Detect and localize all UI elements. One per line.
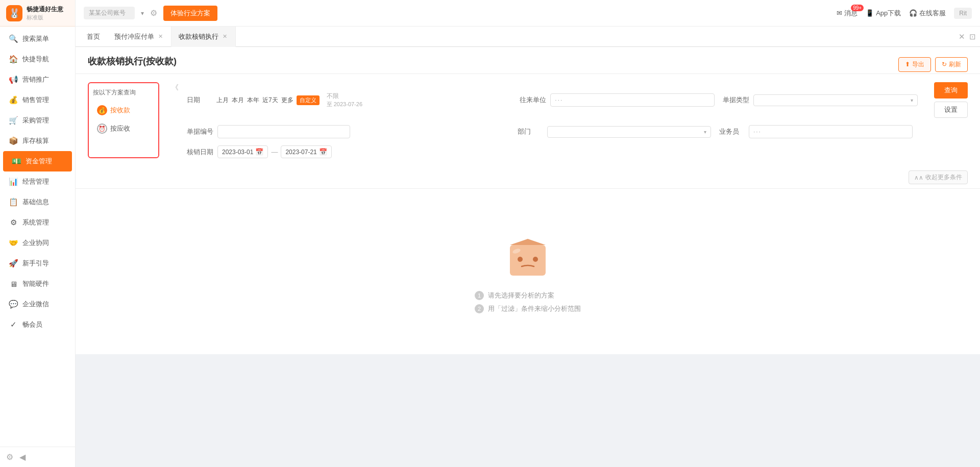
- search-row-2: 单据编号 部门 ▾ 业务员: [187, 125, 968, 138]
- export-icon: ⬆: [905, 61, 910, 68]
- trial-btn[interactable]: 体验行业方案: [163, 6, 217, 21]
- partner-placeholder: ···: [555, 96, 563, 104]
- logo-name: 畅捷通好生意: [27, 5, 63, 14]
- collapse-btn[interactable]: 《: [169, 82, 181, 94]
- this-year-btn[interactable]: 本年: [247, 96, 259, 105]
- system-icon: ⚙: [8, 217, 18, 228]
- page-title: 收款核销执行(按收款): [88, 55, 177, 67]
- svg-point-3: [533, 257, 538, 262]
- sidebar-item-business[interactable]: 📊 经营管理: [0, 171, 75, 192]
- account-chevron-icon[interactable]: ▾: [141, 10, 144, 17]
- sidebar-item-finance[interactable]: 💵 资金管理: [3, 151, 72, 171]
- main-area: 某某公司账号 ▾ ⚙ 体验行业方案 ✉ 消息 99+ 📱 App下载 🎧 在线客…: [76, 0, 980, 467]
- app-download-btn[interactable]: 📱 App下载: [866, 9, 901, 18]
- partner-label: 往来单位: [520, 95, 546, 105]
- page-header: 收款核销执行(按收款) ⬆ 导出 ↻ 刷新: [76, 47, 980, 74]
- verify-date-end-input[interactable]: 2023-07-21 📅: [281, 145, 331, 158]
- app-icon: 📱: [866, 9, 874, 17]
- search-row-1: 日期 上月 本月 本年 近7天 更多 自定义 不限: [187, 82, 968, 118]
- logo-badge: 标准版: [27, 14, 63, 21]
- tab-collection-close-icon[interactable]: ✕: [222, 32, 228, 41]
- empty-text: 1 请先选择要分析的方案 2 用「过滤」条件来缩小分析范围: [475, 291, 581, 313]
- customer-service-btn[interactable]: 🎧 在线客服: [909, 9, 946, 18]
- member-icon: ✓: [8, 319, 18, 330]
- staff-field-group: 业务员 ···: [719, 125, 913, 138]
- empty-step-2: 2 用「过滤」条件来缩小分析范围: [475, 304, 581, 313]
- date-label: 日期: [187, 95, 212, 105]
- sidebar-item-basic-info[interactable]: 📋 基础信息: [0, 192, 75, 212]
- tabbar: 首页 预付冲应付单 ✕ 收款核销执行 ✕ ✕ ⊡: [76, 27, 980, 47]
- last-month-btn[interactable]: 上月: [216, 96, 229, 105]
- query-by-receivable[interactable]: ⏰ 按应收: [93, 120, 154, 137]
- sidebar-item-sales[interactable]: 💰 销售管理: [0, 90, 75, 110]
- close-window-icon[interactable]: ✕: [959, 32, 965, 41]
- sidebar-item-purchase[interactable]: 🛒 采购管理: [0, 110, 75, 131]
- settings-icon[interactable]: ⚙: [6, 452, 13, 462]
- query-by-collection[interactable]: 💰 按收款: [93, 102, 154, 118]
- sidebar: 🐰 畅捷通好生意 标准版 🔍 搜索菜单 🏠 快捷导航 📢 营销推广 💰 销售管理…: [0, 0, 76, 467]
- sidebar-item-member[interactable]: ✓ 畅会员: [0, 314, 75, 335]
- export-btn[interactable]: ⬆ 导出: [898, 57, 931, 72]
- tabbar-actions: ✕ ⊡: [959, 32, 976, 41]
- collapse-sidebar-icon[interactable]: ◀: [19, 452, 26, 462]
- tab-prepay[interactable]: 预付冲应付单 ✕: [107, 27, 172, 47]
- sidebar-logo: 🐰 畅捷通好生意 标准版: [0, 0, 75, 27]
- account-selector[interactable]: 某某公司账号: [84, 7, 135, 19]
- verify-date-start-input[interactable]: 2023-03-01 📅: [217, 145, 268, 158]
- marketing-icon: 📢: [8, 75, 18, 85]
- staff-label: 业务员: [719, 127, 745, 136]
- maximize-window-icon[interactable]: ⊡: [969, 32, 976, 41]
- more-dates-btn[interactable]: 更多: [281, 96, 293, 105]
- staff-placeholder: ···: [753, 128, 762, 135]
- verify-date-dash: —: [271, 148, 278, 156]
- user-account[interactable]: Rit: [954, 8, 972, 19]
- date-field-group: 日期 上月 本月 本年 近7天 更多 自定义 不限: [187, 92, 511, 108]
- this-month-btn[interactable]: 本月: [232, 96, 244, 105]
- dept-field-group: 部门 ▾: [518, 126, 711, 138]
- quick-nav-icon: 🏠: [8, 54, 18, 64]
- smart-hw-icon: 🖥: [8, 279, 18, 289]
- purchase-icon: 🛒: [8, 115, 18, 126]
- verify-start-calendar-icon[interactable]: 📅: [255, 148, 263, 156]
- message-btn[interactable]: ✉ 消息 99+: [837, 9, 857, 18]
- verify-date-field-group: 核销日期 2023-03-01 📅 — 2023-07-21 📅: [187, 145, 532, 158]
- svg-point-2: [518, 257, 523, 262]
- tab-home[interactable]: 首页: [80, 27, 107, 47]
- setting-btn[interactable]: 设置: [934, 102, 968, 118]
- sidebar-item-inventory[interactable]: 📦 库存核算: [0, 131, 75, 151]
- refresh-btn[interactable]: ↻ 刷新: [935, 57, 968, 72]
- query-type-box: 按以下方案查询 💰 按收款 ⏰ 按应收: [88, 82, 159, 158]
- doc-no-label: 单据编号: [187, 127, 213, 136]
- sidebar-item-marketing[interactable]: 📢 营销推广: [0, 69, 75, 90]
- tab-collection[interactable]: 收款核销执行 ✕: [172, 27, 236, 47]
- sidebar-item-enterprise[interactable]: 🤝 企业协同: [0, 233, 75, 253]
- dept-select[interactable]: ▾: [547, 126, 711, 138]
- collapse-more-btn[interactable]: ∧∧ 收起更多条件: [909, 170, 968, 184]
- staff-select[interactable]: ···: [749, 125, 913, 138]
- sidebar-menu: 🔍 搜索菜单 🏠 快捷导航 📢 营销推广 💰 销售管理 🛒 采购管理 📦 库存核…: [0, 27, 75, 447]
- partner-select[interactable]: ···: [550, 93, 715, 107]
- tab-prepay-close-icon[interactable]: ✕: [157, 32, 164, 41]
- topbar-gear-icon[interactable]: ⚙: [150, 8, 157, 18]
- sidebar-item-guide[interactable]: 🚀 新手引导: [0, 253, 75, 274]
- query-btn[interactable]: 查询: [934, 82, 968, 99]
- topbar-right: ✉ 消息 99+ 📱 App下载 🎧 在线客服 Rit: [837, 8, 972, 19]
- last-7-days-btn[interactable]: 近7天: [262, 96, 278, 105]
- basic-info-icon: 📋: [8, 197, 18, 207]
- verify-end-calendar-icon[interactable]: 📅: [319, 148, 327, 156]
- collapse-up-icon: ∧∧: [914, 174, 923, 181]
- query-type-title: 按以下方案查询: [93, 88, 154, 97]
- svg-marker-1: [510, 239, 546, 245]
- date-shortcuts: 上月 本月 本年 近7天 更多 自定义: [216, 95, 320, 105]
- doc-type-select[interactable]: ▾: [753, 94, 918, 106]
- custom-date-tag[interactable]: 自定义: [297, 95, 320, 105]
- sidebar-item-search-menu[interactable]: 🔍 搜索菜单: [0, 29, 75, 49]
- search-row-3: 核销日期 2023-03-01 📅 — 2023-07-21 📅: [187, 145, 968, 158]
- sidebar-item-wechat[interactable]: 💬 企业微信: [0, 294, 75, 314]
- sidebar-item-system[interactable]: ⚙ 系统管理: [0, 212, 75, 233]
- sidebar-item-quick-nav[interactable]: 🏠 快捷导航: [0, 49, 75, 69]
- doc-no-input[interactable]: [217, 125, 350, 138]
- sidebar-item-smart-hw[interactable]: 🖥 智能硬件: [0, 274, 75, 294]
- collapse-more-section: ∧∧ 收起更多条件: [76, 166, 980, 189]
- sales-icon: 💰: [8, 95, 18, 105]
